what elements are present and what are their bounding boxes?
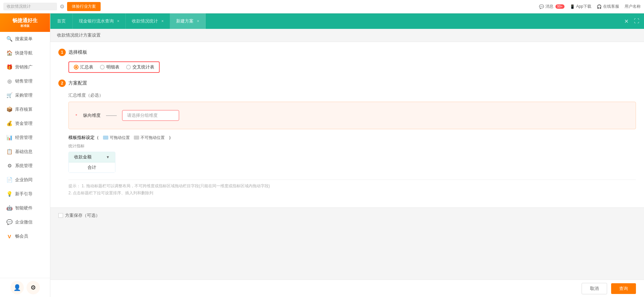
- step2-section: 2 方案配置 汇总维度（必选） * 纵向维度 —— 请选: [58, 80, 636, 201]
- support-item[interactable]: 🎧 在线客服: [597, 4, 619, 9]
- sidebar-bottom: 👤 ⚙: [0, 278, 50, 297]
- sidebar-label-system: 系统管理: [15, 163, 33, 169]
- metrics-header-label: 收款金额: [74, 154, 92, 160]
- step2-badge: 2: [58, 80, 66, 87]
- dimension-area: * 纵向维度 —— 请选择分组维度: [68, 102, 636, 129]
- breadcrumb: 收款情况统计: [3, 3, 57, 10]
- vertical-dimension-label: 纵向维度: [83, 112, 101, 118]
- tab-close-all-icon[interactable]: ✕: [623, 17, 630, 26]
- metrics-table: 收款金额 ▼ 合计: [68, 152, 115, 173]
- radio-summary-dot: [74, 65, 78, 69]
- purchase-icon: 🛒: [6, 92, 12, 98]
- sidebar: 畅捷通好生 标准版 🔍 搜索菜单 🏠 快捷导航 🎁 营销推广 ◎ 销售管理: [0, 13, 50, 297]
- radio-summary-label: 汇总表: [80, 64, 93, 70]
- save-checkbox[interactable]: [58, 213, 63, 218]
- form-section: 1 选择模板 汇总表 明细表: [50, 42, 644, 207]
- sidebar-bottom-btn1[interactable]: 👤: [10, 281, 24, 294]
- tab-new-plan-close[interactable]: ×: [197, 19, 199, 23]
- radio-detail-dot: [100, 65, 105, 69]
- bottom-save-area: 方案保存（可选）: [50, 207, 644, 223]
- cancel-button[interactable]: 取消: [582, 283, 607, 294]
- metrics-hint-row: 模板指标设定（ 可拖动位置 不可拖动位置 ）: [68, 135, 636, 141]
- page-content: 收款情况统计方案设置 1 选择模板 汇总表: [50, 29, 644, 297]
- sidebar-label-finance: 资金管理: [15, 120, 33, 127]
- version-badge: 标准版: [20, 24, 30, 28]
- sidebar-label-sales: 销售管理: [15, 78, 33, 84]
- settings-icon[interactable]: ⚙: [60, 3, 64, 10]
- main-layout: 畅捷通好生 标准版 🔍 搜索菜单 🏠 快捷导航 🎁 营销推广 ◎ 销售管理: [0, 13, 644, 297]
- support-icon: 🎧: [597, 4, 602, 9]
- sidebar-logo: 畅捷通好生 标准版: [0, 13, 50, 32]
- sidebar-bottom-btn2[interactable]: ⚙: [26, 281, 40, 294]
- dimension-arrow: ——: [106, 112, 117, 118]
- sidebar-label-purchase: 采购管理: [15, 92, 33, 98]
- sidebar-item-system[interactable]: ⚙ 系统管理: [0, 159, 50, 173]
- sidebar-item-hardware[interactable]: 🤖 智能硬件: [0, 201, 50, 215]
- dimension-select[interactable]: 请选择分组维度: [122, 110, 179, 121]
- download-item[interactable]: 📱 App下载: [570, 4, 591, 9]
- user-name: 用户名称: [625, 4, 641, 9]
- tab-home-label: 首页: [57, 18, 66, 24]
- step2-title: 方案配置: [68, 80, 87, 86]
- home-icon: 🏠: [6, 50, 12, 56]
- radio-cross-label: 交叉统计表: [132, 64, 154, 70]
- sidebar-item-wechat[interactable]: 💬 企业微信: [0, 215, 50, 229]
- cooperation-icon: 📄: [6, 177, 12, 183]
- sidebar-label-guide: 新手引导: [15, 191, 33, 197]
- radio-cross[interactable]: 交叉统计表: [126, 64, 154, 70]
- tab-bank-flow[interactable]: 现金银行流水查询 ×: [73, 13, 126, 29]
- sidebar-item-member[interactable]: V 畅会员: [0, 229, 50, 243]
- sidebar-label-wechat: 企业微信: [15, 219, 33, 225]
- tip1: 提示： 1. 拖动标题栏可以调整布局，不可跨维度或指标区域拖动栏目字段(只能在同…: [68, 183, 636, 189]
- query-button[interactable]: 查询: [611, 283, 636, 294]
- radio-detail[interactable]: 明细表: [100, 64, 119, 70]
- tab-collection-stats-close[interactable]: ×: [161, 19, 164, 23]
- sidebar-item-purchase[interactable]: 🛒 采购管理: [0, 88, 50, 102]
- sidebar-item-search[interactable]: 🔍 搜索菜单: [0, 32, 50, 46]
- hint-non-draggable-label: 不可拖动位置: [141, 135, 165, 141]
- sales-icon: ◎: [6, 78, 12, 84]
- tab-new-plan[interactable]: 新建方案 ×: [170, 13, 206, 29]
- tab-collection-stats[interactable]: 收款情况统计 ×: [126, 13, 170, 29]
- management-icon: 📊: [6, 135, 12, 141]
- notification-label: 消息: [545, 4, 553, 9]
- logo-main: 畅捷通好生: [12, 17, 38, 24]
- tips-section: 提示： 1. 拖动标题栏可以调整布局，不可跨维度或指标区域拖动栏目字段(只能在同…: [68, 180, 636, 201]
- tab-bank-flow-close[interactable]: ×: [117, 19, 119, 23]
- top-header: 收款情况统计 ⚙ 体验行业方案 💬 消息 99+ 📱 App下载 🎧 在线客服 …: [0, 0, 644, 13]
- sidebar-label-search: 搜索菜单: [15, 36, 33, 42]
- metrics-dropdown-icon[interactable]: ▼: [106, 155, 110, 159]
- hardware-icon: 🤖: [6, 205, 12, 211]
- sidebar-item-management[interactable]: 📊 经营管理: [0, 131, 50, 145]
- sidebar-item-inventory[interactable]: 📦 库存核算: [0, 102, 50, 116]
- save-label: 方案保存（可选）: [65, 212, 100, 218]
- download-icon: 📱: [570, 4, 575, 9]
- metrics-header-row[interactable]: 收款金额 ▼: [69, 152, 115, 162]
- sidebar-item-finance[interactable]: 💰 资金管理: [0, 116, 50, 131]
- sidebar-item-basic-info[interactable]: 📋 基础信息: [0, 145, 50, 159]
- radio-summary[interactable]: 汇总表: [74, 64, 93, 70]
- notification-badge: 99+: [555, 4, 565, 9]
- sidebar-item-quicknav[interactable]: 🏠 快捷导航: [0, 46, 50, 60]
- hint-non-draggable: 不可拖动位置: [134, 135, 165, 141]
- radio-detail-label: 明细表: [106, 64, 119, 70]
- notification-item[interactable]: 💬 消息 99+: [539, 4, 565, 9]
- dimension-row: * 纵向维度 —— 请选择分组维度: [75, 110, 629, 121]
- search-icon: 🔍: [6, 36, 12, 42]
- sidebar-item-sales[interactable]: ◎ 销售管理: [0, 74, 50, 88]
- tab-home[interactable]: 首页: [50, 13, 73, 29]
- tip2: 2. 点击标题栏下拉可设置排序、插入列和删除列: [68, 190, 636, 196]
- sidebar-item-marketing[interactable]: 🎁 营销推广: [0, 60, 50, 74]
- sidebar-label-inventory: 库存核算: [15, 106, 33, 112]
- footer-actions: 取消 查询: [50, 280, 644, 297]
- industry-button[interactable]: 体验行业方案: [67, 2, 101, 11]
- inventory-icon: 📦: [6, 106, 12, 112]
- tab-maximize-icon[interactable]: ⛶: [633, 17, 641, 26]
- user-item[interactable]: 用户名称: [625, 4, 641, 9]
- metrics-section-label: 统计指标: [68, 143, 636, 149]
- sidebar-items: 🔍 搜索菜单 🏠 快捷导航 🎁 营销推广 ◎ 销售管理 🛒 采购管理 📦: [0, 32, 50, 278]
- sidebar-item-cooperation[interactable]: 📄 企业协同: [0, 173, 50, 187]
- page-title: 收款情况统计方案设置: [57, 33, 101, 38]
- sidebar-item-guide[interactable]: 💡 新手引导: [0, 187, 50, 201]
- hint-close-paren: ）: [169, 135, 173, 141]
